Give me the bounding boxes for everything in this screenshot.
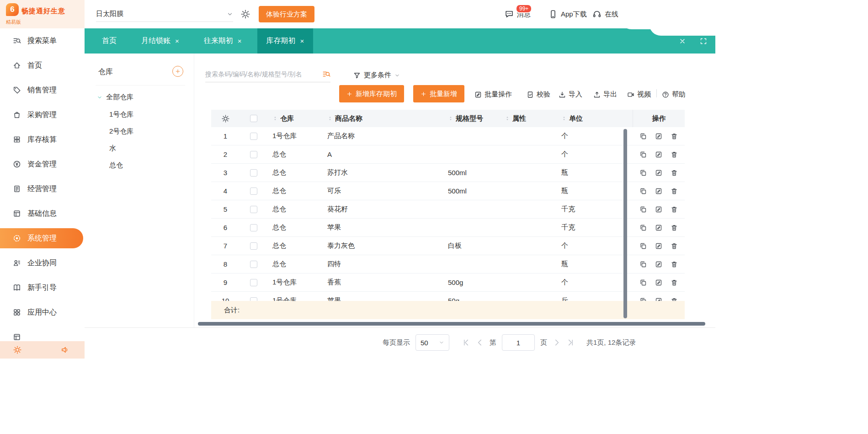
export-button[interactable]: 导出 [593, 90, 617, 99]
vertical-scrollbar[interactable] [623, 129, 627, 318]
first-page-icon[interactable] [462, 338, 470, 347]
sidebar-item-appcenter[interactable]: 应用中心 [0, 300, 85, 325]
prev-page-icon[interactable] [476, 338, 484, 347]
app-download-button[interactable]: App下载 [548, 0, 587, 28]
edit-icon[interactable] [655, 242, 662, 250]
more-filters-button[interactable]: 更多条件 [353, 71, 400, 80]
edit-icon[interactable] [655, 297, 662, 301]
copy-icon[interactable] [639, 188, 647, 195]
column-settings-gear-icon[interactable] [222, 115, 229, 123]
copy-icon[interactable] [639, 169, 647, 177]
messages-button[interactable]: 消息 99+ [505, 0, 531, 28]
delete-icon[interactable] [671, 133, 678, 140]
delete-icon[interactable] [671, 188, 678, 195]
fullscreen-icon[interactable] [700, 38, 707, 45]
delete-icon[interactable] [671, 169, 678, 177]
tab-month-lock[interactable]: 月结锁账 × [132, 28, 188, 54]
column-header-attr[interactable]: 属性 [500, 114, 557, 123]
edit-icon[interactable] [655, 224, 662, 231]
verify-button[interactable]: 校验 [527, 90, 550, 99]
delete-icon[interactable] [671, 261, 678, 268]
sidebar-item-guide[interactable]: 新手引导 [0, 275, 85, 300]
copy-icon[interactable] [639, 133, 647, 140]
copy-icon[interactable] [639, 206, 647, 213]
search-input[interactable] [205, 70, 322, 78]
row-checkbox[interactable] [250, 206, 257, 213]
copy-icon[interactable] [639, 261, 647, 268]
row-checkbox[interactable] [250, 151, 257, 158]
sidebar-item-funds[interactable]: 资金管理 [0, 152, 85, 177]
tab-close-icon[interactable]: × [238, 38, 242, 44]
edit-icon[interactable] [655, 206, 662, 213]
add-initial-stock-button[interactable]: 新增库存期初 [339, 85, 404, 102]
per-page-select[interactable]: 50 [415, 334, 449, 351]
add-warehouse-button[interactable] [172, 66, 183, 77]
horizontal-scrollbar[interactable] [198, 322, 705, 326]
sidebar-item-partial[interactable] [0, 325, 85, 341]
sidebar-item-business[interactable]: 经营管理 [0, 177, 85, 201]
import-button[interactable]: 导入 [559, 90, 582, 99]
copy-icon[interactable] [639, 279, 647, 286]
select-all-checkbox[interactable] [250, 115, 257, 122]
edit-icon[interactable] [655, 279, 662, 286]
chevron-down-icon[interactable] [97, 95, 102, 100]
row-checkbox[interactable] [250, 261, 257, 268]
edit-icon[interactable] [655, 133, 662, 140]
help-button[interactable]: 帮助 [662, 90, 686, 99]
tab-close-icon[interactable]: × [300, 38, 304, 44]
sidebar-item-search-menu[interactable]: 搜索菜单 [0, 28, 85, 53]
column-header-spec[interactable]: 规格型号 [443, 114, 500, 123]
announcement-horn-icon[interactable] [61, 346, 69, 354]
sidebar-item-collab[interactable]: 企业协同 [0, 251, 85, 275]
delete-icon[interactable] [671, 279, 678, 286]
video-button[interactable]: 视频 [627, 90, 651, 99]
row-checkbox[interactable] [250, 297, 257, 301]
sidebar-item-inventory[interactable]: 库存核算 [0, 127, 85, 152]
row-checkbox[interactable] [250, 224, 257, 231]
tree-node-warehouse-1[interactable]: 1号仓库 [109, 110, 133, 119]
edit-icon[interactable] [655, 188, 662, 195]
copy-icon[interactable] [639, 151, 647, 158]
tree-node-water[interactable]: 水 [109, 144, 116, 153]
column-header-warehouse[interactable]: 仓库 [268, 114, 323, 123]
tab-home[interactable]: 首页 [93, 28, 126, 54]
sidebar-item-home[interactable]: 首页 [0, 53, 85, 78]
batch-add-button[interactable]: 批量新增 [413, 85, 464, 102]
delete-icon[interactable] [671, 224, 678, 231]
company-selector[interactable]: 日太阳膜 [96, 6, 233, 22]
last-page-icon[interactable] [566, 338, 575, 347]
delete-icon[interactable] [671, 151, 678, 158]
next-page-icon[interactable] [553, 338, 561, 347]
edit-icon[interactable] [655, 169, 662, 177]
tree-node-all-warehouses[interactable]: 全部仓库 [97, 93, 133, 102]
sidebar-item-purchase[interactable]: 采购管理 [0, 102, 85, 127]
tab-contact-initial[interactable]: 往来期初 × [195, 28, 251, 54]
copy-icon[interactable] [639, 297, 647, 301]
column-header-unit[interactable]: 单位 [557, 114, 613, 123]
row-checkbox[interactable] [250, 169, 257, 177]
tab-close-icon[interactable]: × [175, 38, 179, 44]
delete-icon[interactable] [671, 206, 678, 213]
tab-stock-initial[interactable]: 库存期初 × [257, 28, 314, 54]
sidebar-item-system[interactable]: 系统管理 [0, 228, 83, 248]
gear-icon[interactable] [13, 346, 21, 354]
online-service-button[interactable]: 在线 [592, 0, 618, 28]
row-checkbox[interactable] [250, 188, 257, 195]
settings-gear-icon[interactable] [241, 10, 250, 19]
copy-icon[interactable] [639, 224, 647, 231]
batch-operations-button[interactable]: 批量操作 [474, 90, 512, 99]
tree-node-warehouse-2[interactable]: 2号仓库 [109, 127, 133, 136]
sidebar-item-sales[interactable]: 销售管理 [0, 78, 85, 102]
edit-icon[interactable] [655, 261, 662, 268]
row-checkbox[interactable] [250, 242, 257, 250]
copy-icon[interactable] [639, 242, 647, 250]
row-checkbox[interactable] [250, 133, 257, 140]
search-icon[interactable] [322, 70, 330, 78]
tree-node-main-warehouse[interactable]: 总仓 [109, 161, 123, 170]
row-checkbox[interactable] [250, 279, 257, 286]
delete-icon[interactable] [671, 242, 678, 250]
trial-solution-button[interactable]: 体验行业方案 [259, 6, 314, 22]
sidebar-item-baseinfo[interactable]: 基础信息 [0, 201, 85, 226]
close-icon[interactable] [679, 38, 686, 45]
delete-icon[interactable] [671, 297, 678, 301]
